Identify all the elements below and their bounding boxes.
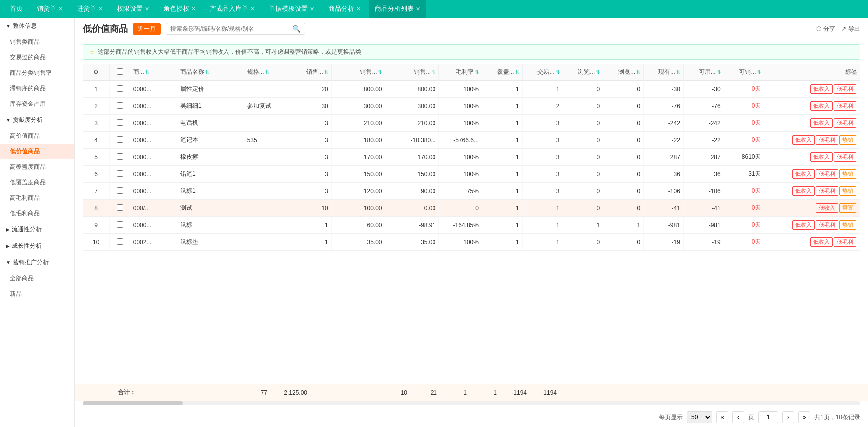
- nav-product-analysis[interactable]: 商品分析 ✕: [322, 0, 367, 18]
- nav-close-product-in[interactable]: ✕: [250, 6, 255, 12]
- sidebar-item-high-margin[interactable]: 高毛利商品: [0, 190, 74, 206]
- search-icon[interactable]: 🔍: [292, 25, 301, 33]
- row-check[interactable]: [110, 200, 130, 217]
- row-spec: [244, 234, 291, 251]
- row-gross-margin: 100%: [439, 166, 482, 183]
- row-check[interactable]: [110, 234, 130, 251]
- row-checkbox[interactable]: [117, 187, 123, 194]
- sidebar-item-traded[interactable]: 交易过的商品: [0, 50, 74, 65]
- nav-close-permission[interactable]: ✕: [145, 6, 149, 12]
- row-check[interactable]: [110, 166, 130, 183]
- row-checkbox[interactable]: [117, 102, 123, 109]
- sidebar-item-new-goods[interactable]: 新品: [0, 286, 74, 302]
- row-checkbox[interactable]: [117, 119, 123, 126]
- nav-permission[interactable]: 权限设置 ✕: [111, 0, 155, 18]
- browse1-link[interactable]: 0: [597, 239, 600, 246]
- browse1-link[interactable]: 0: [597, 171, 600, 178]
- row-browse1[interactable]: 0: [563, 98, 603, 115]
- row-checkbox[interactable]: [117, 238, 123, 245]
- row-no: 7: [83, 183, 110, 200]
- row-browse1[interactable]: 0: [563, 166, 603, 183]
- browse1-link[interactable]: 0: [597, 120, 600, 127]
- row-browse1[interactable]: 0: [563, 115, 603, 132]
- row-check[interactable]: [110, 115, 130, 132]
- browse1-link[interactable]: 0: [597, 154, 600, 161]
- row-check[interactable]: [110, 183, 130, 200]
- row-browse1[interactable]: 0: [563, 149, 603, 166]
- browse1-link[interactable]: 0: [597, 86, 600, 93]
- sidebar-group-marketing[interactable]: ▼ 营销推广分析: [0, 254, 74, 271]
- sidebar-item-inventory-fund[interactable]: 库存资金占用: [0, 96, 74, 112]
- row-checkbox[interactable]: [117, 136, 123, 143]
- row-browse1[interactable]: 1: [563, 217, 603, 234]
- row-check[interactable]: [110, 149, 130, 166]
- sidebar-group-overall[interactable]: ▼ 整体信息: [0, 18, 74, 34]
- browse1-link[interactable]: 0: [597, 137, 600, 144]
- nav-purchase[interactable]: 进货单 ✕: [71, 0, 109, 18]
- th-check[interactable]: [110, 64, 130, 81]
- row-coverage: 1: [482, 217, 522, 234]
- nav-product-in[interactable]: 产成品入库单 ✕: [204, 0, 261, 18]
- nav-role[interactable]: 角色授权 ✕: [157, 0, 202, 18]
- row-check[interactable]: [110, 98, 130, 115]
- sidebar-item-low-value[interactable]: 低价值商品: [0, 144, 74, 159]
- scrollbar-thumb[interactable]: [83, 401, 183, 405]
- sidebar-group-flow[interactable]: ▶ 流通性分析: [0, 221, 74, 238]
- row-browse1[interactable]: 0: [563, 81, 603, 98]
- th-settings[interactable]: ⚙: [83, 64, 110, 81]
- first-page-button[interactable]: «: [716, 411, 728, 423]
- nav-template[interactable]: 单据模板设置 ✕: [263, 0, 320, 18]
- table-container[interactable]: ⚙ 商...⇅ 商品名称⇅ 规格...⇅ 销售...⇅ 销售...⇅ 销售...…: [75, 64, 868, 384]
- browse1-link[interactable]: 0: [597, 205, 600, 212]
- nav-sales[interactable]: 销货单 ✕: [31, 0, 69, 18]
- row-check[interactable]: [110, 217, 130, 234]
- browse1-link[interactable]: 0: [597, 103, 600, 110]
- sidebar-item-high-value[interactable]: 高价值商品: [0, 128, 74, 144]
- select-all-checkbox[interactable]: [117, 68, 123, 75]
- export-button[interactable]: ↗ 导出: [841, 25, 860, 33]
- row-browse1[interactable]: 0: [563, 132, 603, 149]
- nav-analysis-list[interactable]: 商品分析列表 ✕: [369, 0, 426, 18]
- tag: 低毛利: [834, 118, 856, 128]
- row-browse1[interactable]: 0: [563, 200, 603, 217]
- browse1-link[interactable]: 0: [597, 188, 600, 195]
- prev-page-button[interactable]: ‹: [732, 411, 744, 423]
- row-checkbox[interactable]: [117, 153, 123, 160]
- sidebar-item-all-goods[interactable]: 全部商品: [0, 271, 74, 286]
- row-check[interactable]: [110, 132, 130, 149]
- sidebar-item-low-margin[interactable]: 低毛利商品: [0, 206, 74, 221]
- row-checkbox[interactable]: [117, 85, 123, 92]
- scrollbar-track[interactable]: [83, 401, 860, 405]
- last-page-button[interactable]: »: [798, 411, 810, 423]
- per-page-select[interactable]: 50 100: [687, 411, 712, 423]
- sidebar-item-category-rate[interactable]: 商品分类销售率: [0, 65, 74, 81]
- row-tags: 低收入重置: [764, 200, 860, 217]
- page-input[interactable]: [758, 411, 778, 423]
- table-row: 8 000/... 测试 10 100.00 0.00 0 1 1 0 0 -4…: [83, 200, 860, 217]
- row-checkbox[interactable]: [117, 204, 123, 211]
- nav-close-template[interactable]: ✕: [310, 6, 314, 12]
- filter-button[interactable]: 近一月: [133, 23, 161, 35]
- nav-close-role[interactable]: ✕: [191, 6, 196, 12]
- nav-close-product-analysis[interactable]: ✕: [356, 6, 361, 12]
- share-button[interactable]: ⬡ 分享: [816, 25, 835, 33]
- nav-close-purchase[interactable]: ✕: [98, 6, 103, 12]
- row-check[interactable]: [110, 81, 130, 98]
- sidebar-item-slow[interactable]: 滞销序的商品: [0, 81, 74, 96]
- sidebar-item-low-coverage[interactable]: 低覆盖度商品: [0, 175, 74, 190]
- sidebar-item-high-coverage[interactable]: 高覆盖度商品: [0, 159, 74, 175]
- sidebar-group-growth[interactable]: ▶ 成长性分析: [0, 238, 74, 254]
- row-checkbox[interactable]: [117, 170, 123, 177]
- next-page-button[interactable]: ›: [782, 411, 794, 423]
- row-browse1[interactable]: 0: [563, 183, 603, 200]
- nav-close-sales[interactable]: ✕: [58, 6, 63, 12]
- row-browse1[interactable]: 0: [563, 234, 603, 251]
- sidebar-item-sales-goods[interactable]: 销售类商品: [0, 34, 74, 50]
- nav-close-analysis-list[interactable]: ✕: [416, 6, 420, 12]
- nav-home[interactable]: 首页: [4, 0, 29, 18]
- search-input[interactable]: [170, 25, 289, 32]
- row-checkbox[interactable]: [117, 221, 123, 228]
- sidebar-group-contribution[interactable]: ▼ 贡献度分析: [0, 112, 74, 128]
- table-row: 5 0000... 橡皮擦 3 170.00 170.00 100% 1 3 0…: [83, 149, 860, 166]
- browse1-link[interactable]: 1: [597, 222, 600, 229]
